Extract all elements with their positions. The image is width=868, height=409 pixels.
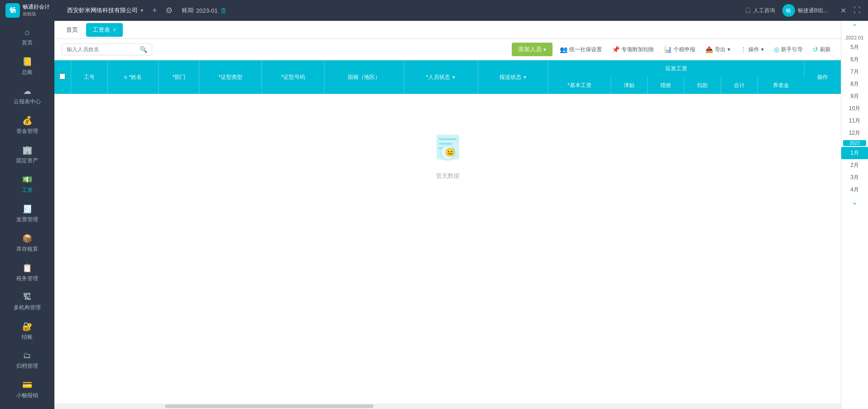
table-container: 工号 ⇅ *姓名 *部门 *证型类型 — [54, 60, 841, 404]
calendar-up-button[interactable]: ⌃ — [841, 21, 868, 33]
sidebar-label-fixed-assets: 固定资产 — [16, 157, 38, 165]
col-header-name[interactable]: ⇅ *姓名 — [107, 60, 159, 94]
operations-chevron: ▾ — [761, 46, 764, 53]
cal-month-6[interactable]: 6月 — [841, 54, 868, 66]
sidebar-item-ledger[interactable]: 📒 总账 — [2, 52, 53, 81]
sidebar-label-inventory: 库存核算 — [16, 245, 38, 253]
cal-month-2023-1[interactable]: 1月 — [841, 147, 868, 159]
special-deduction-button[interactable]: 📌 专项附加扣除 — [609, 44, 657, 55]
sidebar-label-expense: 小畅报销 — [16, 392, 38, 399]
social-security-icon: 👥 — [560, 46, 567, 53]
search-box[interactable]: 🔍 — [62, 44, 152, 55]
empty-message: 暂无数据 — [436, 172, 460, 180]
salary-table: 工号 ⇅ *姓名 *部门 *证型类型 — [54, 60, 841, 94]
service-label: 人工咨询 — [753, 7, 775, 15]
col-header-ops: 操作 — [805, 60, 841, 94]
invoice-icon: 🧾 — [22, 204, 32, 214]
report-filter-icon: ▼ — [523, 75, 527, 80]
search-input[interactable] — [67, 46, 137, 53]
sidebar-item-cloud-report[interactable]: ☁ 云报表中心 — [2, 82, 53, 110]
guide-button[interactable]: ◎ 新手引导 — [771, 44, 805, 55]
add-person-button[interactable]: 添加人员 ▾ — [512, 43, 553, 56]
sidebar-label-home: 首页 — [22, 39, 33, 47]
sidebar-item-fixed-assets[interactable]: 🏢 固定资产 — [2, 141, 53, 169]
tab-salary-label: 工资表 — [92, 26, 110, 34]
col-header-checkbox[interactable] — [54, 60, 71, 94]
calendar-year-badge-2023: 2023 — [843, 140, 866, 146]
cal-month-7[interactable]: 7月 — [841, 66, 868, 78]
empty-state: 😐 暂无数据 — [54, 94, 841, 216]
archive-icon: 🗂 — [23, 351, 31, 360]
sidebar-item-close-period[interactable]: 🔐 结账 — [2, 317, 53, 346]
add-company-button[interactable]: + — [150, 5, 159, 16]
cal-month-2023-4[interactable]: 4月 — [841, 184, 868, 196]
col-header-report-status[interactable]: 报送状态 ▼ — [478, 60, 548, 94]
col-header-id-type: *证型类型 — [199, 60, 262, 94]
col-sub-total: 合计 — [721, 77, 757, 94]
sidebar-item-settings[interactable]: ⚙ 基础设置 — [2, 405, 53, 409]
refresh-button[interactable]: ↺ 刷新 — [810, 44, 834, 55]
sidebar-item-home[interactable]: ⌂ 首页 — [2, 23, 53, 51]
tab-salary-close[interactable]: × — [113, 26, 116, 33]
col-sub-deduction: 扣款 — [684, 77, 721, 94]
export-icon: 📤 — [705, 46, 713, 53]
company-selector[interactable]: 西安虾米网络科技有限公司 ▾ — [67, 6, 143, 15]
logo-area: 畅 畅通好会计 旗舰版 — [5, 3, 60, 18]
tab-home[interactable]: 首页 — [60, 23, 84, 37]
col-header-status[interactable]: *人员状态 ▼ — [404, 60, 478, 94]
sidebar-item-salary[interactable]: 💵 工资 — [2, 170, 53, 199]
personal-tax-label: 个税申报 — [674, 46, 695, 54]
cal-month-8[interactable]: 8月 — [841, 78, 868, 90]
sidebar-item-expense[interactable]: 💳 小畅报销 — [2, 375, 53, 404]
sidebar-item-fund[interactable]: 💰 资金管理 — [2, 111, 53, 140]
select-all-checkbox[interactable] — [59, 73, 65, 79]
table-header-row: 工号 ⇅ *姓名 *部门 *证型类型 — [54, 60, 841, 77]
salary-icon: 💵 — [22, 175, 32, 185]
export-button[interactable]: 📤 导出 ▾ — [703, 44, 733, 55]
toolbar: 🔍 添加人员 ▾ 👥 统一社保设置 📌 专项附加扣除 📊 个税申报 — [54, 39, 841, 60]
svg-rect-1 — [439, 138, 457, 140]
sidebar-item-inventory[interactable]: 📦 库存核算 — [2, 229, 53, 258]
settings-button[interactable]: ⚙ — [164, 5, 175, 16]
cal-month-11[interactable]: 11月 — [841, 115, 868, 127]
period-label: 账期 — [182, 6, 194, 15]
period-calendar-icon[interactable]: 🗓 — [220, 7, 227, 15]
sidebar-item-invoice[interactable]: 🧾 发票管理 — [2, 200, 53, 228]
tab-salary[interactable]: 工资表 × — [86, 23, 123, 37]
sidebar-item-multi-org[interactable]: 🏗 多机构管理 — [2, 288, 53, 316]
personal-tax-button[interactable]: 📊 个税申报 — [661, 44, 698, 55]
close-window-button[interactable]: ✕ — [839, 5, 848, 16]
social-security-button[interactable]: 👥 统一社保设置 — [557, 44, 605, 55]
cal-month-5[interactable]: 5月 — [841, 41, 868, 54]
refresh-label: 刷新 — [820, 46, 831, 54]
service-button[interactable]: 🎧 人工咨询 — [745, 7, 775, 15]
calendar-down-button[interactable]: ⌄ — [841, 196, 868, 208]
cal-month-12[interactable]: 12月 — [841, 127, 868, 139]
app-edition: 旗舰版 — [23, 11, 50, 17]
top-bar-right: 🎧 人工咨询 畅 畅捷通B组... ✕ ⛶ — [745, 4, 863, 17]
col-sub-allowance: 津贴 — [611, 77, 647, 94]
cal-month-2023-2[interactable]: 2月 — [841, 159, 868, 171]
cal-month-2023-3[interactable]: 3月 — [841, 171, 868, 184]
status-filter-icon: ▼ — [451, 75, 456, 80]
export-chevron: ▾ — [727, 46, 730, 53]
svg-rect-2 — [439, 143, 452, 145]
period-value: 2023-01 — [196, 7, 218, 14]
table-scrollbar[interactable] — [54, 404, 841, 409]
col-header-nationality: 国籍（地区） — [324, 60, 404, 94]
cal-month-10[interactable]: 10月 — [841, 102, 868, 115]
scrollbar-thumb[interactable] — [165, 404, 373, 408]
app-logo-icon: 畅 — [5, 3, 20, 18]
cal-month-9[interactable]: 9月 — [841, 90, 868, 102]
user-info[interactable]: 畅 畅捷通B组... — [782, 4, 828, 17]
sidebar-item-tax[interactable]: 📋 税务管理 — [2, 258, 53, 287]
maximize-window-button[interactable]: ⛶ — [852, 5, 863, 15]
guide-btn-label: 新手引导 — [781, 46, 803, 54]
search-icon: 🔍 — [140, 46, 147, 53]
operations-button[interactable]: ⋮ 操作 ▾ — [737, 44, 766, 55]
col-header-id: 工号 — [71, 60, 107, 94]
sidebar-label-multi-org: 多机构管理 — [14, 304, 41, 312]
sidebar-item-archive[interactable]: 🗂 归档管理 — [2, 346, 53, 375]
col-sub-performance: 绩效 — [647, 77, 684, 94]
calendar-month-list-2023: 1月 2月 3月 4月 — [841, 147, 868, 196]
